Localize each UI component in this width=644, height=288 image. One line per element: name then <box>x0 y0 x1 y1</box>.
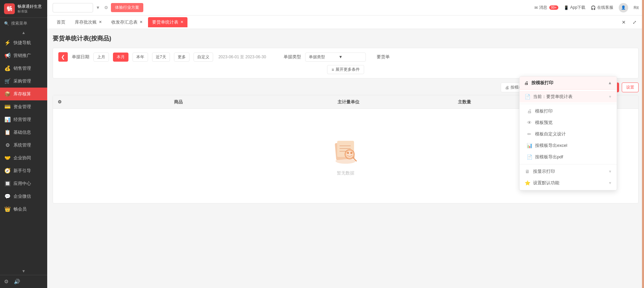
date-btn-this-year[interactable]: 本年 <box>133 53 148 62</box>
tab-receipt-summary-close[interactable]: ✕ <box>140 20 143 24</box>
trial-button[interactable]: 体验行业方案 <box>111 3 143 12</box>
svg-point-7 <box>346 151 353 158</box>
tab-maximize-window[interactable]: ⤢ <box>631 18 639 26</box>
sidebar-item-inventory[interactable]: 📦 库存核算 <box>0 88 47 100</box>
sidebar-item-label: 系统管理 <box>13 142 31 148</box>
date-btn-last-month[interactable]: 上月 <box>93 53 109 62</box>
dropdown-set-default[interactable]: ⭐ 设置默认功能 ▼ <box>520 177 617 189</box>
dropdown-item-template-preview[interactable]: 👁 模板预览 <box>520 117 617 128</box>
tab-order-stats[interactable]: 要货单统计表 ✕ <box>148 17 187 27</box>
member-icon: 👑 <box>4 206 11 212</box>
filter-row: ❮ 单据日期 上月 本月 本年 近7天 更多 自定义 2023-06-01 至 … <box>58 52 633 62</box>
template-print-icon: 🖨 <box>526 108 532 114</box>
display-print-label: 按显示打印 <box>533 168 555 174</box>
dropdown-item-template-excel[interactable]: 📊 按模板导出excel <box>520 140 617 151</box>
tab-receipt-summary-label: 收发存汇总表 <box>111 19 138 25</box>
sidebar-item-marketing[interactable]: 📢 营销推广 <box>0 49 47 62</box>
tab-inventory-batch-label: 库存批次账 <box>75 19 97 25</box>
date-btn-custom[interactable]: 自定义 <box>194 53 213 62</box>
username-label: Rit <box>634 5 639 10</box>
dropdown-item-template-custom[interactable]: ✏ 模板自定义设计 <box>520 128 617 140</box>
dropdown-close-chevron[interactable]: ▲ <box>608 81 612 85</box>
app-download-icon: 📱 <box>564 5 569 10</box>
filter-collapse-btn[interactable]: ❮ <box>58 52 68 62</box>
app-download-button[interactable]: 📱 App下载 <box>564 5 585 10</box>
settings-icon[interactable]: ⚙ <box>4 279 8 285</box>
page-body: 要货单统计表(按商品) ❮ 单据日期 上月 本月 本年 近7天 更多 自定义 2… <box>47 29 644 288</box>
sidebar-item-quick-nav[interactable]: ⚡ 快捷导航 <box>0 36 47 49</box>
sidebar-item-guide[interactable]: 🧭 新手引导 <box>0 164 47 177</box>
set-default-label: 设置默认功能 <box>533 180 559 186</box>
date-range-display: 2023-06-01 至 2023-06-30 <box>218 54 266 60</box>
tab-home-label: 首页 <box>57 19 65 25</box>
sidebar-item-label: 应用中心 <box>13 181 31 187</box>
settings-btn[interactable]: 设置 <box>622 83 639 92</box>
dropdown-current-item[interactable]: 📄 当前：要货单统计表 ▼ <box>520 91 617 102</box>
sidebar-item-label: 销售管理 <box>13 65 31 71</box>
tab-receipt-summary[interactable]: 收发存汇总表 ✕ <box>107 17 147 27</box>
sidebar-item-finance[interactable]: 💳 资金管理 <box>0 100 47 113</box>
sidebar-logo: 畅 畅康通好生意 标准版 <box>0 0 47 18</box>
template-preview-label: 模板预览 <box>535 120 553 126</box>
svg-point-9 <box>347 152 349 154</box>
operations-icon: 📊 <box>4 117 11 123</box>
online-service-button[interactable]: 🎧 在线客服 <box>591 5 613 10</box>
resize-handle[interactable] <box>642 0 644 288</box>
sidebar-item-operations[interactable]: 📊 经营管理 <box>0 113 47 126</box>
audio-icon[interactable]: 🔊 <box>14 279 20 285</box>
sidebar-item-label: 企业协同 <box>13 155 31 161</box>
date-btn-more[interactable]: 更多 <box>174 53 189 62</box>
tab-inventory-batch-close[interactable]: ✕ <box>99 20 102 24</box>
app-name: 畅康通好生意 <box>18 4 42 9</box>
sidebar-item-enterprise[interactable]: 🤝 企业协同 <box>0 152 47 164</box>
empty-text: 暂无数据 <box>337 170 354 176</box>
message-button[interactable]: ✉ 消息 99+ <box>534 5 558 10</box>
table-settings-col[interactable]: ⚙ <box>53 99 66 104</box>
main-content: ▼ ⚙ 体验行业方案 ✉ 消息 99+ 📱 App下载 🎧 在线客服 👤 Rit <box>47 0 644 288</box>
sidebar-item-apps[interactable]: 🔲 应用中心 <box>0 177 47 190</box>
dropdown-item-template-print[interactable]: 🖨 模板打印 <box>520 105 617 117</box>
print-dropdown-panel: 🖨 按模板打印 ▲ 📄 当前：要货单统计表 ▼ 🖨 <box>519 76 617 191</box>
topbar-search-input[interactable] <box>53 3 93 12</box>
sidebar-item-label: 经营管理 <box>13 117 31 123</box>
sidebar-item-sales[interactable]: 💰 销售管理 <box>0 62 47 75</box>
current-item-chevron: ▼ <box>608 95 612 99</box>
sidebar-item-wechat[interactable]: 💬 企业微信 <box>0 190 47 203</box>
dropdown-current-section: 📄 当前：要货单统计表 ▼ <box>520 90 617 104</box>
date-btn-this-month[interactable]: 本月 <box>113 53 128 62</box>
sidebar-item-system[interactable]: ⚙ 系统管理 <box>0 139 47 152</box>
table-col-unit: 主计量单位 <box>290 99 406 105</box>
tab-close-window[interactable]: ✕ <box>620 18 628 26</box>
sidebar-search[interactable]: 🔍 搜索菜单 <box>0 18 47 29</box>
template-print-label: 模板打印 <box>535 108 553 114</box>
app-download-label: App下载 <box>570 5 585 10</box>
table-col-quantity: 主数量 <box>406 99 522 105</box>
message-icon: ✉ <box>534 5 538 10</box>
empty-icon <box>329 136 362 166</box>
sidebar-item-purchase[interactable]: 🛒 采购管理 <box>0 75 47 88</box>
template-pdf-label: 按模板导出pdf <box>535 154 563 160</box>
dropdown-item-template-pdf[interactable]: 📄 按模板导出pdf <box>520 151 617 163</box>
topbar-dropdown-arrow[interactable]: ▼ <box>96 5 100 10</box>
tab-inventory-batch[interactable]: 库存批次账 ✕ <box>71 17 106 27</box>
finance-icon: 💳 <box>4 104 11 110</box>
dropdown-header[interactable]: 🖨 按模板打印 ▲ <box>520 76 617 90</box>
tab-order-stats-close[interactable]: ✕ <box>180 20 183 24</box>
sidebar-item-basic[interactable]: 📋 基础信息 <box>0 126 47 139</box>
system-icon: ⚙ <box>4 142 11 148</box>
search-icon: 🔍 <box>4 21 9 26</box>
type-select[interactable]: 单据类型 ▼ <box>305 53 366 62</box>
template-custom-icon: ✏ <box>526 131 532 137</box>
tab-home[interactable]: 首页 <box>53 17 69 27</box>
service-icon: 🎧 <box>591 5 596 10</box>
date-btn-7days[interactable]: 近7天 <box>152 53 170 62</box>
sidebar-item-member[interactable]: 👑 畅会员 <box>0 203 47 216</box>
dropdown-display-print[interactable]: 🖥 按显示打印 ▼ <box>520 166 617 177</box>
topbar-gear-icon[interactable]: ⚙ <box>104 5 108 10</box>
sidebar-item-label: 库存核算 <box>13 91 31 97</box>
expand-filter-btn[interactable]: ≡ 展开更多条件 <box>327 65 364 74</box>
sidebar-scroll-up[interactable]: ▲ <box>0 29 47 36</box>
sidebar-scroll-down[interactable]: ▼ <box>0 267 47 275</box>
user-avatar[interactable]: 👤 <box>619 3 628 12</box>
table-settings-icon[interactable]: ⚙ <box>58 99 62 104</box>
